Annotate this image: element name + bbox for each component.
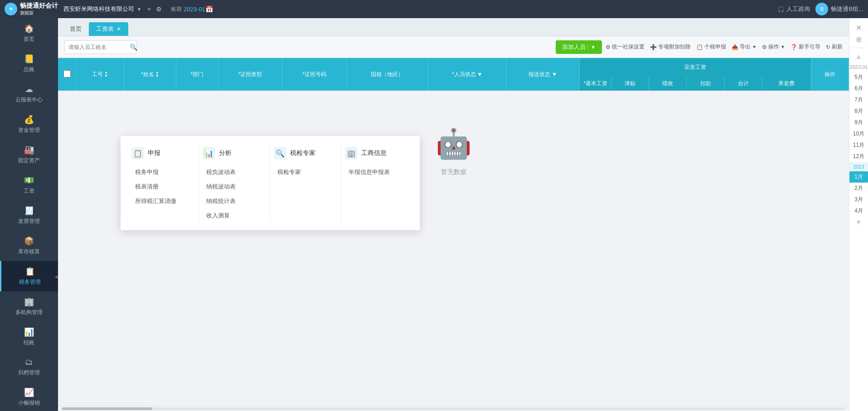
th-deduction: 扣款 xyxy=(687,76,724,91)
expert-icon: 🔍 xyxy=(274,147,286,160)
month-11[interactable]: 11月 xyxy=(849,140,868,151)
dropdown-item-tax-stats[interactable]: 纳税统计表 xyxy=(203,194,266,208)
multi-icon: 🏢 xyxy=(24,297,34,307)
sidebar-item-report[interactable]: 📈 小畅报销 xyxy=(0,382,58,411)
period-label: 账期 xyxy=(171,5,182,13)
sidebar-collapse-arrow: ◀ xyxy=(54,274,58,279)
report-filter-icon[interactable]: ▼ xyxy=(552,71,557,77)
toolbar-actions: ⚙ 统一社保设置 ➕ 专项附加扣除 📋 个税申报 📤 导出 ▼ ⚙ xyxy=(606,43,843,51)
calendar-icon[interactable]: 📅 xyxy=(205,5,213,13)
sidebar-label-home: 首页 xyxy=(24,35,34,43)
main-layout: 🏠 首页 📒 总账 ☁ 云报表中心 💰 资金管理 🏭 固定资产 💵 工资 🧾 发… xyxy=(0,18,868,411)
dropdown-item-tax-payment[interactable]: 纳税波动表 xyxy=(203,179,266,194)
search-input[interactable] xyxy=(64,40,137,54)
right-panel-expand-btn[interactable]: ⊞ xyxy=(854,34,863,45)
sidebar-item-tax[interactable]: 📋 税务管理 ◀ xyxy=(0,261,58,291)
dropdown-item-tax-burden[interactable]: 税负波动表 xyxy=(203,165,266,179)
refresh-btn[interactable]: ↻ 刷新 xyxy=(826,43,843,51)
add-person-arrow[interactable]: ▼ xyxy=(587,44,596,50)
id-sort-arrows[interactable]: ▲▼ xyxy=(104,71,108,78)
expert-item-label: 税检专家 xyxy=(277,169,301,175)
content-area: 首页 工资表 ✕ 🔍 添加人员 ▼ ⚙ 统一社保设置 ➕ xyxy=(58,18,849,411)
name-sort-arrows[interactable]: ▲▼ xyxy=(155,71,159,78)
month-9[interactable]: 9月 xyxy=(849,117,868,128)
dropdown-col-expert: 🔍 税检专家 税检专家 xyxy=(270,143,341,223)
user-menu[interactable]: B 畅捷通B组... xyxy=(815,3,863,15)
operation-arrow[interactable]: ▼ xyxy=(781,44,785,49)
sidebar-item-cloud[interactable]: ☁ 云报表中心 xyxy=(0,79,58,109)
tax-report-item-label: 税务申报 xyxy=(135,169,159,175)
sidebar-item-funds[interactable]: 💰 资金管理 xyxy=(0,109,58,140)
dropdown-item-expert[interactable]: 税检专家 xyxy=(274,165,337,179)
th-dept-label: *部门 xyxy=(190,71,204,77)
special-icon: ➕ xyxy=(650,44,657,50)
export-arrow[interactable]: ▼ xyxy=(752,44,756,49)
tax-report-btn[interactable]: 📋 个税申报 xyxy=(696,43,726,51)
header-icons: ＋ ⚙ xyxy=(146,5,162,13)
export-btn[interactable]: 📤 导出 ▼ xyxy=(732,43,756,51)
sidebar-item-invoice[interactable]: 🧾 发票管理 xyxy=(0,200,58,231)
tab-home[interactable]: 首页 xyxy=(63,22,89,36)
dropdown-item-tax-table[interactable]: 税表清册 xyxy=(131,179,195,194)
month-2[interactable]: 2月 xyxy=(849,183,868,194)
sidebar-item-assets[interactable]: 🏭 固定资产 xyxy=(0,140,58,170)
right-panel-close-btn[interactable]: ✕ xyxy=(854,22,863,34)
th-cert-type-label: *证照类型 xyxy=(238,71,262,77)
social-security-btn[interactable]: ⚙ 统一社保设置 xyxy=(606,43,645,51)
salary-group-label: 应发工资 xyxy=(684,64,706,70)
month-7[interactable]: 7月 xyxy=(849,94,868,106)
social-icon: ⚙ xyxy=(606,44,611,50)
sidebar-item-home[interactable]: 🏠 首页 xyxy=(0,18,58,48)
sidebar-item-ledger[interactable]: 📒 总账 xyxy=(0,48,58,79)
dropdown-item-income-calc[interactable]: 收入测算 xyxy=(203,208,266,223)
dropdown-item-tax-calc[interactable]: 所得税汇算清缴 xyxy=(131,194,195,208)
month-3[interactable]: 3月 xyxy=(849,194,868,205)
month-12[interactable]: 12月 xyxy=(849,151,868,162)
cloud-icon: ☁ xyxy=(25,84,33,94)
user-service-btn[interactable]: 🎧 人工咨询 xyxy=(777,5,810,13)
sidebar-item-salary[interactable]: 💵 工资 xyxy=(0,170,58,200)
settings-icon[interactable]: ⚙ xyxy=(156,5,162,13)
new-guide-btn[interactable]: ❓ 新手引导 xyxy=(790,43,820,51)
scrollbar-thumb[interactable] xyxy=(62,407,152,410)
sidebar-label-funds: 资金管理 xyxy=(18,126,40,134)
add-person-button[interactable]: 添加人员 ▼ xyxy=(556,40,602,54)
scroll-down-btn[interactable]: ▼ xyxy=(853,217,864,228)
operation-btn[interactable]: ⚙ 操作 ▼ xyxy=(762,43,785,51)
dropdown-header-expert: 🔍 税检专家 xyxy=(274,143,337,165)
add-company-btn[interactable]: ＋ xyxy=(146,5,152,13)
sidebar-item-settle[interactable]: 📊 结账 xyxy=(0,322,58,352)
month-6[interactable]: 6月 xyxy=(849,83,868,94)
company-dropdown-arrow[interactable]: ▼ xyxy=(137,7,141,12)
header-right: 🎧 人工咨询 B 畅捷通B组... xyxy=(777,3,863,15)
month-10[interactable]: 10月 xyxy=(849,128,868,140)
month-8[interactable]: 8月 xyxy=(849,106,868,117)
tab-bar: 首页 工资表 ✕ xyxy=(58,18,849,36)
dropdown-item-annual-report[interactable]: 年报信息申报表 xyxy=(345,165,409,179)
sidebar-item-inventory[interactable]: 📦 库存核算 xyxy=(0,231,58,261)
tax-calc-label: 所得税汇算清缴 xyxy=(135,198,176,204)
scroll-up-btn[interactable]: ▲ xyxy=(853,51,864,63)
dropdown-item-tax-report[interactable]: 税务申报 xyxy=(131,165,195,179)
tab-salary-close[interactable]: ✕ xyxy=(116,26,121,32)
special-label: 专项附加扣除 xyxy=(658,43,691,51)
status-filter-icon[interactable]: ▼ xyxy=(477,71,483,77)
special-deduction-btn[interactable]: ➕ 专项附加扣除 xyxy=(650,43,691,51)
tax-stats-label: 纳税统计表 xyxy=(206,198,236,204)
scrollbar-track[interactable] xyxy=(62,407,845,410)
month-5[interactable]: 5月 xyxy=(849,72,868,83)
dropdown-col-analysis: 📊 分析 税负波动表 纳税波动表 纳税统计表 收入 xyxy=(199,143,270,223)
sidebar-item-archive[interactable]: 🗂 归档管理 xyxy=(0,352,58,382)
tab-salary[interactable]: 工资表 ✕ xyxy=(89,22,128,36)
operation-icon: ⚙ xyxy=(762,44,767,50)
sidebar-label-tax: 税务管理 xyxy=(19,278,41,286)
company-selector[interactable]: 西安虾米网络科技有限公司 ▼ xyxy=(63,5,141,13)
analysis-icon: 📊 xyxy=(203,147,215,160)
shenba-label: 申报 xyxy=(148,149,160,157)
month-4[interactable]: 4月 xyxy=(849,205,868,217)
sidebar-item-multi[interactable]: 🏢 多机构管理 xyxy=(0,291,58,322)
top-header: ✦ 畅捷通好会计 旗舰版 西安虾米网络科技有限公司 ▼ ＋ ⚙ 账期 2023-… xyxy=(0,0,868,18)
select-all-checkbox[interactable] xyxy=(63,70,71,77)
archive-icon: 🗂 xyxy=(25,358,33,367)
month-1-active[interactable]: 1月 xyxy=(849,171,868,183)
